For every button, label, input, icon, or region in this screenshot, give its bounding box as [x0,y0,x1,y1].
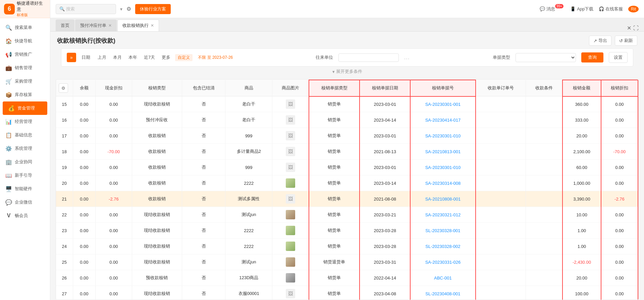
cell-product: 2222 [225,223,272,239]
cell-bill-date: 2021-08-13 [360,144,410,160]
filter-opt-7days[interactable]: 近7天 [142,54,157,61]
th-bill-date: 核销单据日期 [360,80,410,96]
table-row: 27 0.00 0.00 现结收款核销 否 衣服00001 🖼 销货单 2023… [56,286,638,300]
cell-writeoff-discount: 0.00 [601,254,638,270]
sidebar-item-system[interactable]: ⚙️ 系统管理 [0,142,50,155]
cell-bill-no[interactable]: SL-20230408-001 [410,286,475,300]
cell-receipt-order [476,144,526,160]
cell-bill-no[interactable]: SA-20230331-026 [410,254,475,270]
cell-bill-no[interactable]: SA-20210813-001 [410,144,475,160]
bill-no-link[interactable]: SL-20230328-001 [425,228,460,233]
message-badge: 99+ [555,4,564,8]
tab-home[interactable]: 首页 [56,19,74,31]
bill-no-link[interactable]: SA-20210808-001 [425,197,461,202]
filter-opt-thisyear[interactable]: 本年 [126,54,139,61]
sidebar-item-search[interactable]: 🔍 搜索菜单 [0,21,50,34]
cell-product: 123D商品 [225,270,272,286]
bill-type-select[interactable] [516,53,576,62]
table-row: 21 0.00 -2.76 收款核销 否 测试多属性 🖼 销货单 2021-08… [56,191,638,207]
cell-bill-no[interactable]: SA-20230301-001 [410,96,475,112]
cell-receipt-cond [526,254,562,270]
bill-no-link[interactable]: SA-20230301-001 [425,102,461,107]
sidebar-item-purchase[interactable]: 🛒 采购管理 [0,75,50,88]
cell-receipt-order [476,239,526,254]
bill-no-link[interactable]: SL-20230408-001 [425,291,460,296]
app-download-btn[interactable]: 📱 App下载 [570,6,593,12]
sidebar-item-finance[interactable]: 💰 资金管理 [3,101,47,115]
sidebar-item-inventory[interactable]: 📦 库存核算 [0,88,50,101]
filter-opt-more[interactable]: 更多 [160,54,172,61]
cell-bill-no[interactable]: SA-20230321-012 [410,207,475,223]
filter-opt-thismonth[interactable]: 本月 [111,54,124,61]
user-avatar[interactable]: Rit [628,6,639,12]
filter-opt-lastmonth[interactable]: 上月 [96,54,108,61]
bill-no-link[interactable]: SA-20230301-010 [425,133,461,138]
sidebar-item-member[interactable]: V 畅会员 [0,209,50,222]
bill-no-link[interactable]: SA-20230314-008 [425,181,461,186]
message-btn[interactable]: 💬 消息 99+ [540,6,565,12]
close-icon[interactable]: ✕ [151,23,154,28]
filter-date-options: 上月 本月 本年 近7天 更多 自定义 [96,54,193,61]
product-img [286,210,295,219]
dropdown-arrow[interactable]: ▾ [120,6,122,12]
cell-bill-date: 2023-04-14 [360,112,410,128]
cell-receipt-order [476,128,526,144]
partner-input[interactable] [338,53,399,62]
cell-product: 999 [225,128,272,144]
maximize-btn[interactable]: ⛶ [633,25,639,31]
expand-more-btn[interactable]: ▾ 展开更多条件 [56,67,639,77]
cell-bill-no[interactable]: SL-20230328-001 [410,223,475,239]
bill-no-link[interactable]: SA-20230321-012 [425,212,461,217]
query-btn[interactable]: 查询 [581,52,603,62]
sidebar-item-marketing[interactable]: 📢 营销推广 [0,48,50,61]
close-icon[interactable]: ✕ [108,23,112,28]
th-receipt-order: 收款单订单号 [476,80,526,96]
cell-bill-no[interactable]: SA-20230301-010 [410,160,475,175]
column-settings-icon[interactable]: ⚙ [59,83,68,93]
bill-no-link[interactable]: SA-20210813-001 [425,149,461,154]
cell-bill-no[interactable]: SL-20230328-002 [410,239,475,254]
tab-prepay[interactable]: 预付冲应付单 ✕ [75,19,117,31]
sidebar-item-enterprise[interactable]: 🏢 企业协同 [0,155,50,169]
sidebar-item-wechat[interactable]: 💬 企业微信 [0,196,50,209]
inventory-icon: 📦 [5,91,12,98]
industry-btn[interactable]: 休验行业方案 [135,4,171,14]
cell-balance: 0.00 [73,144,96,160]
cell-bill-date: 2023-03-01 [360,160,410,175]
sidebar-item-quicknav[interactable]: 🏠 快捷导航 [0,34,50,48]
sidebar-item-guide[interactable]: 📖 新手引导 [0,169,50,182]
cell-bill-no[interactable]: SA-20230314-008 [410,175,475,191]
cell-bill-type: 销货单 [309,112,360,128]
export-btn[interactable]: ↗ 导出 [589,36,611,46]
refresh-btn[interactable]: ↺ 刷新 [615,36,637,46]
filter-opt-custom[interactable]: 自定义 [175,54,193,61]
bill-no-link[interactable]: SA-20230301-010 [425,165,461,170]
sidebar-item-basic[interactable]: 📋 基础信息 [0,128,50,142]
cell-receipt-cond [526,160,562,175]
service-btn[interactable]: 🎧 在线客服 [599,6,623,12]
tab-writeoff[interactable]: 收款核销执行 ✕ [117,19,159,31]
close-window-btn[interactable]: ✕ [627,25,631,31]
cell-bill-no[interactable]: SA-20230301-010 [410,128,475,144]
filter-settings-btn[interactable]: 设置 [609,52,628,63]
chevron-down-icon: ▾ [332,69,335,74]
sidebar-item-sales[interactable]: 💼 销售管理 [0,61,50,75]
bill-no-link[interactable]: SA-20230331-026 [425,260,461,265]
cell-receipt-order [476,270,526,286]
cell-bill-no[interactable]: SA-20210808-001 [410,191,475,207]
th-settings[interactable]: ⚙ [56,80,73,96]
sidebar-item-hardware[interactable]: 🖥️ 智能硬件 [0,182,50,196]
bill-no-link[interactable]: SL-20230328-002 [425,244,460,249]
search-bar[interactable]: 🔍 搜索 [56,4,116,14]
settings-icon[interactable]: ⚙ [126,6,131,12]
cell-writeoff-discount: 0.00 [601,270,638,286]
cell-writeoff-discount: 0.00 [601,160,638,175]
cell-bill-no[interactable]: SA-20230414-017 [410,112,475,128]
message-label: 消息 [546,6,555,12]
bill-no-link[interactable]: ABC-001 [434,275,452,281]
filter-expand-btn[interactable]: » [67,53,76,62]
cell-cash-discount: 0.00 [96,160,132,175]
sidebar-item-business[interactable]: 📊 经营管理 [0,115,50,128]
cell-bill-no[interactable]: ABC-001 [410,270,475,286]
bill-no-link[interactable]: SA-20230414-017 [425,118,461,123]
